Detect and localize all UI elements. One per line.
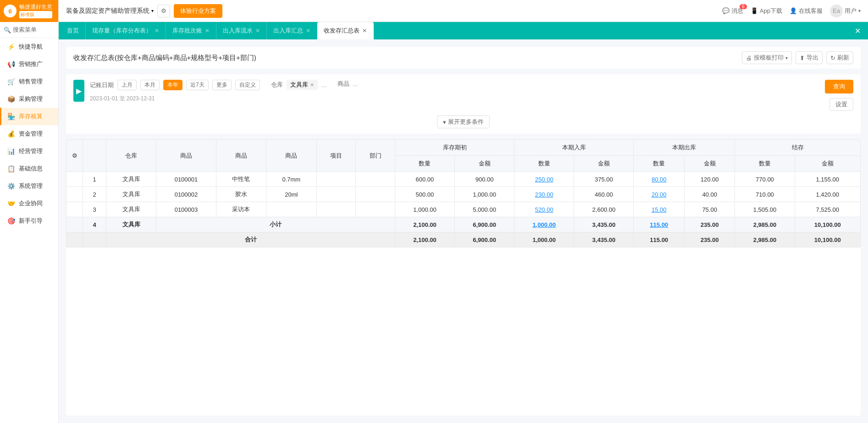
row-out-amt: 75.00 [684,202,735,217]
row-project [317,187,356,202]
app-download-action[interactable]: 📱 App下载 [751,7,782,15]
tab-in-out-flow-close[interactable]: ✕ [255,27,260,34]
row-in-amt: 460.00 [574,187,634,202]
sidebar-item-guide[interactable]: 🎯 新手引导 [0,212,58,230]
date-btn-more[interactable]: 更多 [212,80,232,90]
tab-in-out-flow[interactable]: 出入库流水 ✕ [216,22,267,39]
col-settings[interactable]: ⚙ [66,140,83,172]
goods-more-btn[interactable]: ... [353,81,358,88]
tab-recv-send-summary[interactable]: 收发存汇总表 ✕ [317,22,374,39]
export-label: 导出 [807,54,818,62]
col-opening-qty: 数量 [395,156,454,172]
row-department [356,202,395,217]
sidebar-item-system[interactable]: ⚙️ 系统管理 [0,177,58,195]
tab-inventory-dist-close[interactable]: ✕ [155,27,159,34]
row-out-qty[interactable]: 15.00 [634,202,684,217]
message-action[interactable]: 💬 消息 6 [722,7,743,15]
app-badge: 标准版 [19,11,52,18]
filter-toggle-btn[interactable]: ▶ [73,80,84,102]
tab-in-out-summary-close[interactable]: ✕ [306,27,310,34]
row-out-qty[interactable]: 20.00 [634,187,684,202]
header-left: 装备及固定资产辅助管理系统 ▾ ⚙ 体验行业方案 [66,4,222,18]
subtotal-closing-qty: 2,985.00 [735,217,795,232]
settings-button[interactable]: ⚙ [157,5,170,17]
warehouse-tag-close[interactable]: ✕ [310,82,314,88]
row-in-qty[interactable]: 230.00 [514,187,574,202]
sidebar-item-corp[interactable]: 🤝 企业协同 [0,195,58,212]
table-row: 1 文具库 0100001 中性笔 0.7mm 600.00 900.00 25… [66,172,861,187]
search-menu[interactable]: 🔍 搜索菜单 [0,22,58,38]
online-service-label: 在线客服 [799,7,823,15]
date-btn-this-month[interactable]: 本月 [140,80,160,90]
sidebar-item-sales[interactable]: 🛒 销售管理 [0,73,58,90]
row-settings-cell [66,187,83,202]
row-goods-spec: 0.7mm [266,172,316,187]
tab-recv-send-summary-close[interactable]: ✕ [362,27,367,34]
date-btn-this-year[interactable]: 本年 [163,80,182,90]
tab-batch-account[interactable]: 库存批次账 ✕ [166,22,216,39]
col-opening-amt: 金额 [455,156,514,172]
row-closing-qty: 710.00 [735,187,795,202]
sidebar-item-inventory[interactable]: 🏪 库存核算 [0,108,58,125]
date-btn-custom[interactable]: 自定义 [235,80,260,90]
set-button[interactable]: 设置 [829,98,853,111]
row-in-qty[interactable]: 520.00 [514,202,574,217]
quick-nav-icon: ⚡ [7,43,15,51]
tab-batch-account-close[interactable]: ✕ [205,27,210,34]
sidebar-label-sales: 销售管理 [19,77,43,86]
expand-more-btn[interactable]: ▾ 展开更多条件 [437,115,490,128]
date-btn-last-month[interactable]: 上月 [117,80,137,90]
subtotal-closing-amt: 10,100.00 [795,217,860,232]
sidebar-item-finance[interactable]: 💰 资金管理 [0,125,58,143]
print-chevron-icon: ▾ [785,55,788,60]
print-button[interactable]: 🖨 按模板打印 ▾ [742,51,792,64]
user-chevron-icon: ▾ [858,8,861,13]
row-closing-qty: 1,505.00 [735,202,795,217]
row-settings-cell [66,202,83,217]
row-department [356,187,395,202]
row-in-qty[interactable]: 250.00 [514,172,574,187]
warehouse-more-btn[interactable]: ... [321,82,326,88]
sidebar-item-operations[interactable]: 📊 经营管理 [0,143,58,160]
app-name: 畅捷通好生意 [19,4,52,11]
header-right: 💬 消息 6 📱 App下载 👤 在线客服 Ea 用户 ▾ [722,5,861,17]
sidebar-item-marketing[interactable]: 📢 营销推广 [0,55,58,73]
search-label: 搜索菜单 [13,26,37,34]
refresh-button[interactable]: ↻ 刷新 [826,51,853,64]
subtotal-out-qty[interactable]: 115.00 [634,217,684,232]
export-button[interactable]: ⬆ 导出 [796,51,823,64]
sidebar-item-purchase[interactable]: 📦 采购管理 [0,90,58,108]
trial-button[interactable]: 体验行业方案 [174,4,222,18]
date-btn-7days[interactable]: 近7天 [186,80,209,90]
col-group-closing: 结存 [735,140,861,156]
message-icon: 💬 [722,7,730,14]
row-goods-name: 胶水 [216,187,266,202]
user-action[interactable]: Ea 用户 ▾ [830,5,861,17]
tab-inventory-dist[interactable]: 现存量（库存分布表） ✕ [86,22,166,39]
sidebar-label-corp: 企业协同 [19,199,43,208]
row-opening-amt: 1,000.00 [455,187,514,202]
table-settings-icon[interactable]: ⚙ [72,152,77,159]
row-index: 1 [83,172,106,187]
total-label-col: 合计 [106,232,395,247]
sidebar-item-quick-nav[interactable]: ⚡ 快捷导航 [0,38,58,55]
sidebar-label-inventory: 库存核算 [19,112,43,121]
page-container: 收发存汇总表(按仓库+商品编码+商品+规格型号+项目+部门) 🖨 按模板打印 ▾… [59,39,868,423]
row-out-qty[interactable]: 80.00 [634,172,684,187]
sidebar-item-basic[interactable]: 📋 基础信息 [0,160,58,177]
total-settings-col [66,232,83,247]
subtotal-label: 小计 [156,217,395,232]
sidebar-label-operations: 经营管理 [19,147,43,155]
tab-home[interactable]: 首页 [61,22,86,39]
query-button[interactable]: 查询 [825,80,853,93]
tab-in-out-summary[interactable]: 出入库汇总 ✕ [267,22,317,39]
subtotal-in-qty[interactable]: 1,000.00 [514,217,574,232]
operations-icon: 📊 [7,147,15,155]
print-label: 按模板打印 [754,54,784,62]
tab-bar-close-all[interactable]: ✕ [849,27,866,35]
corp-icon: 🤝 [7,199,15,208]
online-service-action[interactable]: 👤 在线客服 [790,7,823,15]
page-title-bar: 收发存汇总表(按仓库+商品编码+商品+规格型号+项目+部门) 🖨 按模板打印 ▾… [66,47,861,69]
system-title-dropdown[interactable]: 装备及固定资产辅助管理系统 ▾ [66,7,154,15]
row-goods-spec: 20ml [266,187,316,202]
